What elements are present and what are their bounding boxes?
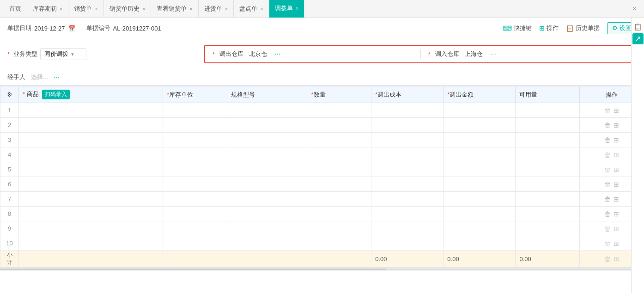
cost-cell <box>371 118 444 133</box>
row-number-cell: 1 <box>0 103 19 118</box>
tab-purchase[interactable]: 进货单 × <box>199 0 234 18</box>
transfer-out-value: 北京仓 <box>249 50 267 58</box>
history-action[interactable]: 📋 历史单据 <box>566 24 600 32</box>
person-label: 经手人 <box>7 73 25 81</box>
qty-cell[interactable] <box>307 162 371 177</box>
form-row2: 经手人 选择... ··· <box>0 69 644 85</box>
tab-close-sales-order[interactable]: × <box>95 6 97 12</box>
amount-cell <box>444 133 516 147</box>
operations-action[interactable]: ⊞ 操作 <box>539 24 559 32</box>
qty-cell[interactable] <box>307 133 371 147</box>
row-copy-icon[interactable]: ⊞ <box>614 122 619 129</box>
sidebar-note-icon[interactable]: 📋 <box>632 21 644 32</box>
scan-entry-button[interactable]: 扫码录入 <box>42 90 70 99</box>
window-close-icon[interactable]: × <box>631 3 638 15</box>
shortcuts-action[interactable]: ⌨ 快捷键 <box>503 24 532 32</box>
product-cell[interactable] <box>19 221 163 236</box>
row-delete-icon[interactable]: 🗑 <box>604 122 611 129</box>
row-delete-icon[interactable]: 🗑 <box>604 136 611 144</box>
subtotal-spec-cell <box>227 251 307 267</box>
row-copy-icon[interactable]: ⊞ <box>614 107 619 114</box>
qty-cell[interactable] <box>307 147 371 162</box>
unit-cell <box>163 147 227 162</box>
product-cell[interactable] <box>19 236 163 251</box>
amount-cell <box>444 177 516 192</box>
row-delete-icon[interactable]: 🗑 <box>604 151 611 159</box>
row-delete-icon[interactable]: 🗑 <box>604 255 611 262</box>
row-copy-icon[interactable]: ⊞ <box>614 166 619 173</box>
tab-close-purchase[interactable]: × <box>225 6 228 12</box>
qty-cell[interactable] <box>307 192 371 207</box>
product-cell[interactable] <box>19 192 163 207</box>
row-number-cell: 3 <box>0 133 19 147</box>
tab-close-stocktake[interactable]: × <box>260 6 263 12</box>
main-content: 单据日期 2019-12-27 📅 单据编号 AL-20191227-001 ⌨… <box>0 18 644 271</box>
unit-cell <box>163 177 227 192</box>
qty-cell[interactable] <box>307 207 371 221</box>
date-field: 单据日期 2019-12-27 📅 <box>7 24 75 32</box>
form-row1: * 业务类型 同价调拨 ▼ * 调出仓库 北京仓 ··· * 调入仓库 <box>0 39 644 69</box>
tab-transfer[interactable]: 调拨单 × <box>269 0 304 18</box>
row-copy-icon[interactable]: ⊞ <box>614 181 619 188</box>
tab-close-sales-history[interactable]: × <box>142 6 145 12</box>
row-copy-icon[interactable]: ⊞ <box>614 240 619 247</box>
tab-stocktake[interactable]: 盘点单 × <box>234 0 269 18</box>
person-select[interactable]: 选择... <box>31 73 48 81</box>
row-delete-icon[interactable]: 🗑 <box>604 166 611 173</box>
product-cell[interactable] <box>19 147 163 162</box>
row-copy-icon[interactable]: ⊞ <box>614 225 619 232</box>
tab-sales-order[interactable]: 销货单 × <box>68 0 103 18</box>
row-number-cell: 8 <box>0 207 19 221</box>
row-copy-icon[interactable]: ⊞ <box>614 151 619 159</box>
product-cell[interactable] <box>19 103 163 118</box>
qty-cell[interactable] <box>307 221 371 236</box>
amount-cell <box>444 103 516 118</box>
table-row: 7 🗑 ⊞ <box>0 192 644 207</box>
qty-cell[interactable] <box>307 103 371 118</box>
row-copy-icon[interactable]: ⊞ <box>614 255 619 262</box>
qty-cell[interactable] <box>307 177 371 192</box>
doc-field: 单据编号 AL-20191227-001 <box>86 24 161 32</box>
row-number-cell: 10 <box>0 236 19 251</box>
spec-cell <box>227 147 307 162</box>
product-cell[interactable] <box>19 177 163 192</box>
business-type-dropdown[interactable]: 同价调拨 ▼ <box>40 48 86 60</box>
row-delete-icon[interactable]: 🗑 <box>604 240 611 247</box>
product-cell[interactable] <box>19 133 163 147</box>
tab-close-stock-init[interactable]: × <box>60 6 62 12</box>
calendar-icon[interactable]: 📅 <box>68 25 75 32</box>
sidebar-expand-icon[interactable]: ↗ <box>632 33 644 44</box>
row-delete-icon[interactable]: 🗑 <box>604 181 611 188</box>
transfer-in-more-icon[interactable]: ··· <box>490 50 496 58</box>
qty-cell[interactable] <box>307 118 371 133</box>
tab-view-sales[interactable]: 查看销货单 × <box>151 0 198 18</box>
row-delete-icon[interactable]: 🗑 <box>604 107 611 114</box>
available-cell <box>516 192 580 207</box>
gear-column-header[interactable]: ⚙ <box>0 86 19 103</box>
business-type-value: 同价调拨 <box>44 50 68 58</box>
tab-close-transfer[interactable]: × <box>296 6 298 11</box>
row-delete-icon[interactable]: 🗑 <box>604 195 611 203</box>
tab-home[interactable]: 首页 <box>4 0 27 18</box>
product-cell[interactable] <box>19 118 163 133</box>
row-copy-icon[interactable]: ⊞ <box>614 136 619 144</box>
row-copy-icon[interactable]: ⊞ <box>614 210 619 218</box>
qty-cell[interactable] <box>307 236 371 251</box>
form-header: 单据日期 2019-12-27 📅 单据编号 AL-20191227-001 ⌨… <box>0 18 644 39</box>
row-delete-icon[interactable]: 🗑 <box>604 225 611 232</box>
scroll-bar-area[interactable] <box>0 267 644 271</box>
tab-stock-init[interactable]: 库存期初 × <box>27 0 68 18</box>
product-cell[interactable] <box>19 162 163 177</box>
row-delete-icon[interactable]: 🗑 <box>604 210 611 218</box>
scroll-thumb[interactable] <box>0 269 386 270</box>
tab-sales-history[interactable]: 销货单历史 × <box>104 0 151 18</box>
product-cell[interactable] <box>19 207 163 221</box>
available-cell <box>516 147 580 162</box>
row-number-cell: 4 <box>0 147 19 162</box>
spec-cell <box>227 162 307 177</box>
row-copy-icon[interactable]: ⊞ <box>614 195 619 203</box>
transfer-in-value: 上海仓 <box>465 50 483 58</box>
tab-close-view-sales[interactable]: × <box>189 6 192 12</box>
person-more-icon[interactable]: ··· <box>54 73 60 81</box>
transfer-out-more-icon[interactable]: ··· <box>274 50 280 58</box>
